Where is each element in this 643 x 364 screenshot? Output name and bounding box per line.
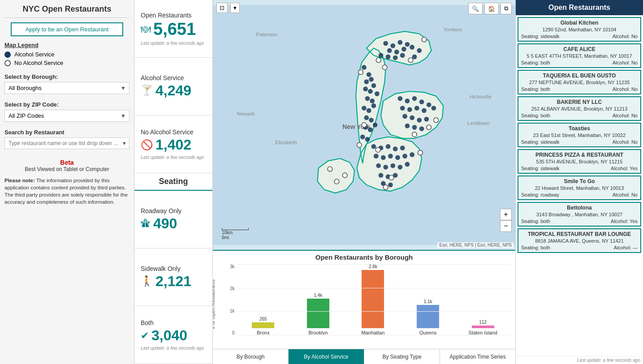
restaurant-meta: Seating: sidewalk Alcohol: No	[521, 34, 638, 39]
seating-label: Seating: sidewalk	[521, 139, 560, 145]
restaurant-name: BAKERIE NY LLC	[521, 99, 638, 105]
restaurant-address: 22 Howard Street, Manhattan, NY 10013	[521, 185, 638, 191]
svg-point-57	[405, 124, 410, 128]
svg-point-13	[363, 86, 368, 91]
seating-label: Seating: both	[521, 218, 550, 224]
chart-area: Open Restaurants by Borough # of Open Re…	[213, 250, 515, 364]
bar-label: Queens	[419, 330, 437, 335]
borough-select[interactable]: All Boroughs Bronx Brooklyn Manhattan Qu…	[4, 82, 129, 94]
svg-point-63	[393, 146, 398, 151]
restaurant-card[interactable]: Toasties 23 East 51st Street, Manhattan,…	[518, 123, 641, 147]
svg-point-22	[364, 116, 369, 120]
map-legend-title: Map Legend	[4, 42, 129, 48]
alcohol-label: Alcohol: No	[613, 86, 638, 92]
chart-tabs: By Borough By Alcohol Service By Seating…	[213, 349, 515, 364]
svg-point-64	[400, 146, 405, 150]
tab-time-series[interactable]: Application Time Series	[440, 349, 515, 364]
restaurant-address: 1290 52nd, Manhattan, NY 10104	[521, 27, 638, 32]
restaurant-card[interactable]: Smile To Go 22 Howard Street, Manhattan,…	[518, 176, 641, 200]
map-dropdown-button[interactable]: ▾	[230, 3, 240, 13]
right-last-update: Last update: a few seconds ago	[516, 356, 643, 364]
svg-point-69	[402, 154, 407, 158]
chart-body: # of Open Restaurants 3k 2k 1k 0 265 Bro…	[213, 262, 515, 349]
restaurant-card[interactable]: Global Kitchen 1290 52nd, Manhattan, NY …	[518, 17, 641, 42]
svg-point-96	[408, 58, 413, 63]
svg-point-76	[379, 173, 384, 178]
svg-point-81	[358, 70, 363, 75]
map-frame-button[interactable]: ⊡	[216, 3, 228, 13]
svg-point-33	[387, 48, 392, 53]
bar-group-queens: 1.1k Queens	[405, 299, 452, 335]
map-scale-km: 10km	[222, 230, 249, 235]
alcohol-label: Alcohol: Yes	[611, 218, 638, 224]
open-restaurants-value: 5,651	[153, 20, 196, 39]
svg-point-65	[374, 154, 379, 158]
restaurant-card[interactable]: Bettolona 3143 Broadway , Manhattan, NY …	[518, 202, 641, 227]
restaurant-address: 5 5 EAST 47TH STREET, Manhattan, NY 1001…	[521, 53, 638, 59]
svg-point-60	[371, 144, 376, 149]
legend-no-alcohol: No Alcohol Service	[4, 60, 129, 66]
svg-point-84	[375, 147, 380, 152]
zoom-out-button[interactable]: −	[500, 220, 512, 232]
roadway-label: Roadway Only	[141, 207, 206, 214]
tab-by-alcohol[interactable]: By Alcohol Service	[289, 349, 364, 364]
svg-point-15	[371, 83, 376, 88]
restaurant-card[interactable]: CAFE ALICE 5 5 EAST 47TH STREET, Manhatt…	[518, 43, 641, 68]
svg-point-17	[370, 98, 375, 103]
svg-point-46	[419, 99, 424, 104]
restaurant-name: Smile To Go	[521, 178, 638, 184]
svg-point-80	[388, 183, 393, 188]
legend-alcohol: Alcohol Service	[4, 51, 129, 58]
alcohol-label: Alcohol: No	[613, 192, 638, 197]
svg-point-49	[407, 107, 412, 112]
svg-point-48	[400, 106, 405, 111]
map-container[interactable]: ⊡ ▾ 🔍 🏠 ⧉	[213, 0, 515, 250]
left-panel: NYC Open Restaurants Apply to be an Open…	[0, 0, 134, 364]
map-home-button[interactable]: 🏠	[484, 3, 499, 14]
svg-point-20	[367, 108, 371, 113]
alcohol-label: Alcohol: No	[613, 60, 638, 65]
map-layers-button[interactable]: ⧉	[501, 3, 512, 14]
restaurant-search-input[interactable]	[4, 137, 129, 149]
svg-text:Hicksville: Hicksville	[470, 94, 492, 99]
zoom-in-button[interactable]: +	[500, 209, 512, 220]
map-search-button[interactable]: 🔍	[468, 3, 483, 14]
app-title: NYC Open Restaurants	[4, 4, 129, 18]
svg-point-45	[412, 96, 417, 101]
apply-button[interactable]: Apply to be an Open Restaurant	[11, 22, 123, 36]
svg-point-47	[427, 103, 432, 107]
roadway-block: Roadway Only 🛣 490	[134, 191, 212, 248]
no-alcohol-block: No Alcohol Service 🚫 1,402 Last update: …	[134, 116, 212, 173]
select-zip-label: Select by ZIP Code:	[4, 101, 129, 108]
bar-rect	[472, 325, 494, 328]
restaurant-card[interactable]: TROPICAL RESTAURANT BAR LOUNGE 8818 JAMA…	[518, 228, 641, 253]
legend-no-alcohol-label: No Alcohol Service	[14, 60, 63, 66]
restaurant-meta: Seating: sidewalk Alcohol: Yes	[521, 166, 638, 171]
tab-by-seating[interactable]: By Seating Type	[364, 349, 440, 364]
bar-label: Manhattan	[361, 330, 384, 335]
bar-group-manhattan: 2.8k Manhattan	[350, 264, 397, 335]
seating-label: Seating: both	[521, 86, 550, 92]
alcohol-service-value-row: 🍸 4,249	[141, 82, 206, 99]
svg-point-51	[422, 108, 427, 113]
svg-point-26	[373, 123, 378, 128]
svg-point-59	[419, 126, 424, 131]
svg-point-73	[390, 163, 395, 168]
svg-text:Elizabeth: Elizabeth	[275, 139, 297, 145]
svg-text:Levittown: Levittown	[467, 120, 490, 126]
tab-by-borough[interactable]: By Borough	[213, 349, 289, 364]
restaurant-card[interactable]: BAKERIE NY LLC 252 ALBANY AVENUE, Brookl…	[518, 96, 641, 121]
sidewalk-value-row: 🚶 2,121	[141, 273, 206, 290]
sidewalk-value: 2,121	[155, 273, 191, 290]
svg-point-40	[393, 56, 398, 60]
zip-select[interactable]: All ZIP Codes	[4, 110, 129, 122]
restaurant-card[interactable]: PRINCESS PIZZA & RESTAURANT 535 5TH AVEN…	[518, 149, 641, 174]
svg-text:Paterson: Paterson	[256, 31, 277, 37]
svg-point-56	[424, 117, 429, 122]
open-restaurants-value-row: 🍽 5,651	[141, 20, 206, 39]
y-axis-ticks: 3k 2k 1k 0	[230, 264, 235, 335]
alcohol-dot-icon	[4, 51, 11, 58]
restaurant-card[interactable]: TAQUERIA EL BUEN GUSTO 277 NEPTUNE AVENU…	[518, 70, 641, 94]
y-tick-1k: 1k	[230, 308, 235, 313]
bar-label: Bronx	[257, 330, 270, 335]
